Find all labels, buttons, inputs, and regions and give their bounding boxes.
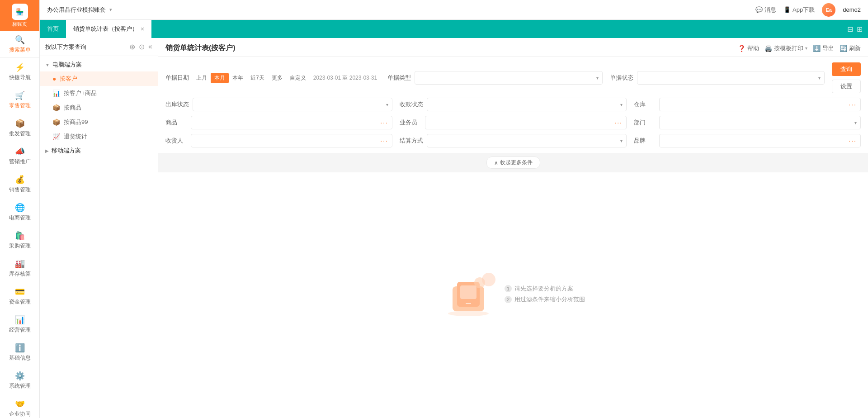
brand-filter: 品牌 ··· (634, 134, 861, 147)
main-area: 办公用品行业模拟账套 ▾ 💬 消息 📱 App下载 Ea demo2 首页 销货… (40, 0, 868, 418)
salesperson-input[interactable]: ··· (425, 116, 627, 129)
scheme-item-by-goods[interactable]: 📦 按商品 (40, 100, 158, 115)
date-tab-custom[interactable]: 自定义 (286, 73, 310, 83)
message-btn[interactable]: 💬 消息 (755, 6, 776, 14)
app-download-btn[interactable]: 📱 App下载 (783, 6, 815, 14)
date-label: 单据日期 (165, 74, 189, 82)
tab-bar: 首页 销货单统计表（按客户） × ⊟ ⊞ (40, 20, 868, 38)
group-expand-icon: ▼ (45, 62, 50, 67)
top-header-right: 💬 消息 📱 App下载 Ea demo2 (755, 3, 861, 17)
sidebar-item-wholesale[interactable]: 📦 批发管理 (0, 114, 39, 142)
goods-filter: 商品 ··· (165, 116, 392, 129)
sidebar-item-enterprise[interactable]: 🤝 企业协同 (0, 394, 39, 418)
mobile-group-icon: ▶ (45, 148, 49, 153)
scheme-item-goods-99-label: 按商品99 (64, 118, 88, 126)
out-status-input[interactable]: ▾ (193, 98, 392, 111)
scheme-item-goods-label: 按商品 (64, 104, 81, 112)
logo-icon: 🏪 (12, 4, 28, 20)
export-btn[interactable]: ⬇️ 导出 (813, 44, 834, 52)
left-panel: 按以下方案查询 ⊕ ⊙ « ▼ 电脑端方案 ● 按客户 📊 (40, 38, 158, 418)
sidebar: 🏪 标账页 🔍 搜索菜单 ⚡ 快捷导航 🛒 零售管理 📦 批发管理 📣 营销推广… (0, 0, 40, 418)
sales-icon: 💰 (15, 175, 25, 185)
empty-text: 1 请先选择要分析的方案 2 用过滤条件来缩小分析范围 (505, 285, 585, 306)
consignee-input[interactable]: ··· (191, 134, 392, 147)
sidebar-item-sales[interactable]: 💰 销售管理 (0, 170, 39, 198)
sidebar-item-system[interactable]: ⚙️ 系统管理 (0, 366, 39, 394)
scheme-item-return-stats[interactable]: 📈 退货统计 (40, 129, 158, 144)
marketing-icon: 📣 (15, 147, 25, 157)
consignee-dots: ··· (380, 137, 388, 144)
sidebar-item-ecom[interactable]: 🌐 电商管理 (0, 198, 39, 226)
export-icon: ⬇️ (813, 45, 821, 52)
sidebar-item-retail[interactable]: 🛒 零售管理 (0, 86, 39, 114)
scheme-item-customer-goods[interactable]: 📊 按客户+商品 (40, 86, 158, 100)
scheme-group-desktop[interactable]: ▼ 电脑端方案 (40, 58, 158, 71)
sidebar-item-purchase[interactable]: 🛍️ 采购管理 (0, 226, 39, 254)
avatar[interactable]: Ea (822, 3, 835, 17)
goods-label: 商品 (165, 119, 187, 127)
tab-home[interactable]: 首页 (40, 20, 66, 38)
tab-maximize-icon[interactable]: ⊞ (857, 25, 863, 33)
tab-close-icon[interactable]: × (141, 26, 144, 32)
warehouse-input[interactable]: ··· (659, 98, 861, 111)
svg-rect-3 (460, 285, 476, 299)
sidebar-item-quick-nav[interactable]: ⚡ 快捷导航 (0, 58, 39, 86)
help-btn[interactable]: ❓ 帮助 (738, 44, 759, 52)
sidebar-item-operations[interactable]: 📊 经营管理 (0, 310, 39, 338)
collapse-button[interactable]: ∧ 收起更多条件 (486, 157, 540, 169)
doc-type-input[interactable]: ▾ (415, 71, 602, 85)
date-tab-more[interactable]: 更多 (268, 73, 286, 83)
print-btn[interactable]: 🖨️ 按模板打印 ▾ (764, 44, 807, 52)
date-tab-this-year[interactable]: 本年 (229, 73, 247, 83)
help-label: 帮助 (747, 44, 759, 52)
print-icon: 🖨️ (764, 45, 772, 52)
date-tab-last-7[interactable]: 近7天 (247, 73, 268, 83)
industry-name: 办公用品行业模拟账套 (47, 6, 106, 14)
refresh-btn[interactable]: 🔄 刷新 (840, 44, 861, 52)
scheme-section: ▼ 电脑端方案 ● 按客户 📊 按客户+商品 📦 按商品 📦 (40, 56, 158, 159)
salesperson-dots: ··· (614, 119, 623, 126)
export-label: 导出 (822, 44, 834, 52)
finance-icon: 💳 (15, 287, 25, 297)
scheme-item-goods-99[interactable]: 📦 按商品99 (40, 115, 158, 129)
goods-input[interactable]: ··· (191, 116, 392, 129)
industry-dropdown-icon[interactable]: ▾ (109, 7, 112, 13)
payment-status-arrow: ▾ (620, 102, 623, 107)
query-button[interactable]: 查询 (832, 62, 861, 76)
payment-status-input[interactable]: ▾ (427, 98, 627, 111)
refresh-scheme-icon[interactable]: ⊙ (139, 43, 145, 51)
sidebar-logo[interactable]: 🏪 标账页 (0, 0, 40, 31)
tab-sales-stats[interactable]: 销货单统计表（按客户） × (66, 20, 151, 38)
brand-input[interactable]: ··· (659, 134, 861, 147)
date-tab-last-month[interactable]: 上月 (193, 73, 211, 83)
scheme-group-mobile[interactable]: ▶ 移动端方案 (40, 144, 158, 157)
print-dropdown-icon: ▾ (805, 46, 807, 51)
settlement-input[interactable]: ▾ (427, 134, 627, 147)
sidebar-item-marketing[interactable]: 📣 营销推广 (0, 142, 39, 170)
sidebar-item-inventory[interactable]: 🏭 库存核算 (0, 254, 39, 282)
collapse-panel-icon[interactable]: « (148, 43, 152, 51)
message-label: 消息 (764, 6, 776, 14)
department-input[interactable]: ▾ (659, 116, 861, 129)
add-scheme-icon[interactable]: ⊕ (129, 43, 135, 51)
sidebar-item-basic[interactable]: ℹ️ 基础信息 (0, 338, 39, 366)
sidebar-item-search[interactable]: 🔍 搜索菜单 (0, 31, 39, 58)
scheme-item-by-customer[interactable]: ● 按客户 (40, 71, 158, 86)
hint1-text: 请先选择要分析的方案 (514, 285, 573, 293)
left-panel-header: 按以下方案查询 ⊕ ⊙ « (40, 38, 158, 56)
collapse-bar: ∧ 收起更多条件 (158, 153, 868, 172)
sidebar-item-finance[interactable]: 💳 资金管理 (0, 282, 39, 310)
top-header-left: 办公用品行业模拟账套 ▾ (47, 6, 112, 14)
date-tab-this-month[interactable]: 本月 (211, 73, 229, 83)
tab-minimize-icon[interactable]: ⊟ (847, 25, 853, 33)
settings-button[interactable]: 设置 (832, 80, 861, 93)
filter-right-btns: 查询 设置 (832, 62, 861, 93)
user-name[interactable]: demo2 (843, 6, 861, 13)
doc-status-input[interactable]: ▾ (637, 71, 825, 85)
salesperson-filter: 业务员 ··· (400, 116, 627, 129)
print-label: 按模板打印 (774, 44, 803, 52)
page-header: 销货单统计表(按客户) ❓ 帮助 🖨️ 按模板打印 ▾ ⬇️ 导出 (158, 38, 868, 57)
scheme-item-return-label: 退货统计 (64, 133, 87, 141)
salesperson-label: 业务员 (400, 119, 421, 127)
group-desktop-label: 电脑端方案 (52, 61, 82, 69)
